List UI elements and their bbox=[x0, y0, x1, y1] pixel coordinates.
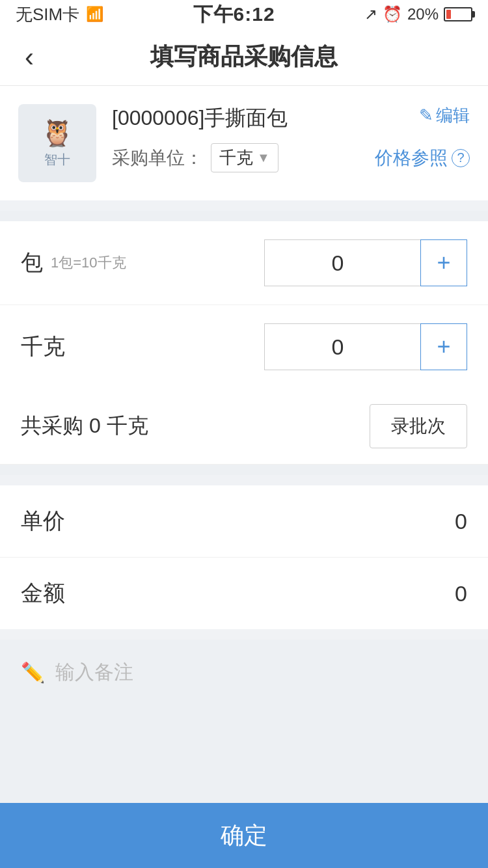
edit-button[interactable]: ✎ 编辑 bbox=[419, 104, 470, 127]
summary-text: 共采购 0 千克 bbox=[21, 412, 148, 441]
product-unit-row: 采购单位： 千克 ▼ 价格参照 ? bbox=[112, 143, 470, 172]
alarm-icon: ⏰ bbox=[383, 5, 402, 23]
product-logo-icon: 🦉 bbox=[41, 118, 74, 148]
batch-button[interactable]: 录批次 bbox=[370, 404, 467, 448]
back-button[interactable]: ‹ bbox=[18, 35, 40, 79]
remark-section[interactable]: ✏️ 输入备注 bbox=[0, 640, 488, 705]
product-logo-text: 智十 bbox=[44, 151, 70, 169]
status-right: ↗ ⏰ 20% bbox=[364, 5, 472, 23]
unit-label-text: 采购单位： bbox=[112, 146, 203, 170]
edit-icon: ✎ bbox=[419, 105, 433, 126]
status-bar: 无SIM卡 📶 下午6:12 ↗ ⏰ 20% bbox=[0, 0, 488, 29]
product-image: 🦉 智十 bbox=[18, 104, 96, 182]
divider-2 bbox=[0, 465, 488, 475]
qkg-number-input[interactable] bbox=[264, 323, 420, 370]
bao-number-input[interactable] bbox=[264, 239, 420, 286]
battery-icon bbox=[444, 7, 472, 21]
summary-row: 共采购 0 千克 录批次 bbox=[0, 388, 488, 465]
product-header: [0000006]手撕面包 ✎ 编辑 bbox=[112, 104, 470, 133]
status-left: 无SIM卡 📶 bbox=[16, 3, 103, 26]
product-card: 🦉 智十 [0000006]手撕面包 ✎ 编辑 采购单位： 千克 ▼ bbox=[0, 86, 488, 200]
confirm-label: 确定 bbox=[221, 820, 267, 852]
amount-row: 金额 0 bbox=[0, 558, 488, 629]
chevron-down-icon: ▼ bbox=[257, 150, 270, 165]
pencil-icon: ✏️ bbox=[21, 661, 45, 684]
location-icon: ↗ bbox=[364, 5, 377, 23]
carrier-text: 无SIM卡 bbox=[16, 3, 79, 26]
status-time: 下午6:12 bbox=[193, 1, 275, 28]
qkg-input-row: 千克 + bbox=[0, 305, 488, 388]
product-info: [0000006]手撕面包 ✎ 编辑 采购单位： 千克 ▼ 价格参照 ? bbox=[112, 104, 470, 172]
price-section: 单价 0 金额 0 bbox=[0, 485, 488, 629]
wifi-icon: 📶 bbox=[86, 6, 103, 23]
remark-placeholder: 输入备注 bbox=[55, 659, 133, 686]
qkg-label: 千克 bbox=[21, 332, 65, 362]
nav-bar: ‹ 填写商品采购信息 bbox=[0, 29, 488, 86]
help-icon: ? bbox=[452, 149, 470, 167]
amount-label: 金额 bbox=[21, 578, 65, 608]
qkg-input-right: + bbox=[264, 323, 467, 370]
bao-plus-button[interactable]: + bbox=[420, 239, 467, 286]
price-ref-button[interactable]: 价格参照 ? bbox=[375, 146, 470, 170]
page-title: 填写商品采购信息 bbox=[150, 41, 338, 73]
battery-percent: 20% bbox=[407, 5, 439, 23]
confirm-bar[interactable]: 确定 bbox=[0, 803, 488, 868]
unit-price-label: 单价 bbox=[21, 506, 65, 536]
unit-select[interactable]: 千克 ▼ bbox=[211, 143, 278, 172]
bao-label: 包 1包=10千克 bbox=[21, 248, 126, 278]
product-name: [0000006]手撕面包 bbox=[112, 104, 288, 133]
bao-input-row: 包 1包=10千克 + bbox=[0, 221, 488, 305]
bao-input-right: + bbox=[264, 239, 467, 286]
amount-value: 0 bbox=[455, 581, 467, 606]
input-section: 包 1包=10千克 + 千克 + bbox=[0, 221, 488, 388]
bao-sub-label: 1包=10千克 bbox=[51, 253, 126, 273]
unit-price-row: 单价 0 bbox=[0, 485, 488, 558]
qkg-plus-button[interactable]: + bbox=[420, 323, 467, 370]
unit-price-value: 0 bbox=[455, 509, 467, 534]
divider-1 bbox=[0, 211, 488, 221]
